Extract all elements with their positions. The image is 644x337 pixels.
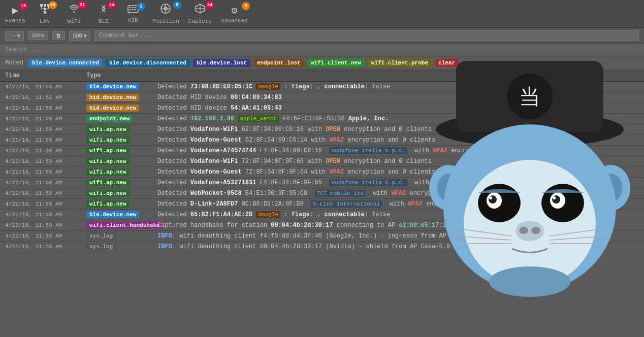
row-detail: Detected Vodafone-Guest 62:8F:34:99:C6:1…: [157, 137, 639, 144]
svg-rect-13: [132, 7, 134, 8]
row-detail: Detected WebPocket-95C8 E4:E1:30:3F:95:C…: [157, 190, 639, 197]
row-type: sys.log: [86, 232, 157, 240]
position-badge: 8: [173, 1, 181, 9]
nav-events[interactable]: ▶ 16 Events: [5, 4, 25, 24]
advanced-icon: ⚙: [231, 4, 237, 17]
nav-ble[interactable]: 14 BLE: [93, 3, 114, 24]
nav-position[interactable]: 8 Position: [152, 3, 179, 24]
row-detail: Detected D-Link-2A8FD7 0C:B6:D2:2A:8F:D8…: [157, 200, 639, 208]
trash-button[interactable]: 🗑: [52, 31, 65, 40]
table-row[interactable]: 4/22/19, 11:50 AM wifi.ap.new Detected V…: [0, 135, 644, 146]
table-row[interactable]: 4/22/19, 11:50 AM wifi.ap.new Detected W…: [0, 188, 644, 199]
table-row[interactable]: 4/22/19, 11:50 AM wifi.ap.new Detected V…: [0, 167, 644, 178]
col-type: Type: [86, 72, 157, 79]
caplets-badge: 24: [206, 1, 214, 9]
trash-icon: 🗑: [56, 32, 61, 39]
muted-row: Muted ble.device.connected ble.device.di…: [0, 56, 644, 70]
row-detail: Detected HID device 54:AA:41:05:43: [157, 105, 639, 112]
row-time: 4/22/19, 11:50 AM: [5, 148, 86, 154]
buffer-button[interactable]: 500 ▾: [69, 31, 90, 41]
nav-caplets[interactable]: 24 Caplets: [188, 3, 212, 24]
hid-label: HID: [128, 17, 138, 23]
muted-tag-ble-disconnected[interactable]: ble.device.disconnected: [106, 59, 190, 67]
video-button[interactable]: 📹 ▾: [5, 31, 24, 41]
table-row[interactable]: 4/22/19, 11:50 AM wifi.ap.new Detected V…: [0, 124, 644, 135]
command-bar-input[interactable]: [94, 30, 639, 41]
nav-hid[interactable]: 3 HID: [123, 5, 143, 23]
nav-wifi[interactable]: 21 WiFi: [64, 3, 84, 24]
row-type: wifi.ap.new: [86, 200, 157, 208]
table-row[interactable]: 4/22/19, 11:50 AM ble.device.new Detecte…: [0, 210, 644, 220]
row-type: wifi.ap.new: [86, 190, 157, 197]
svg-rect-0: [40, 4, 43, 7]
row-time: 4/22/19, 11:50 AM: [5, 201, 86, 207]
table-row[interactable]: 4/22/19, 11:50 AM sys.log INFO: wifi dea…: [0, 231, 644, 242]
table-row[interactable]: 4/22/19, 11:53 AM ble.device.new Detecte…: [0, 82, 644, 92]
wifi-label: WiFi: [68, 18, 81, 24]
col-detail: [157, 72, 639, 79]
video-arrow: ▾: [17, 32, 20, 39]
events-icon: ▶: [12, 4, 18, 17]
table-row[interactable]: 4/22/19, 11:50 AM hid.device.new Detecte…: [0, 103, 644, 114]
row-type: ble.device.new: [86, 211, 157, 218]
table-row[interactable]: 4/22/19, 11:50 AM wifi.ap.new Detected D…: [0, 199, 644, 210]
row-detail: Captured handshake for station 00:04:4b:…: [157, 222, 639, 229]
table-row[interactable]: 4/22/19, 11:50 AM sys.log INFO: wifi dea…: [0, 242, 644, 252]
row-time: 4/22/19, 11:50 AM: [5, 116, 86, 122]
row-type: wifi.ap.new: [86, 147, 157, 154]
table-row[interactable]: 4/22/19, 11:50 AM endpoint.new Detected …: [0, 114, 644, 124]
muted-tag-wifi-new[interactable]: wifi.client.new: [307, 59, 365, 67]
row-type: wifi.ap.new: [86, 179, 157, 186]
ble-label: BLE: [99, 18, 109, 24]
row-detail: Detected Vodafone-A74574744 E4:8F:34:99:…: [157, 147, 639, 154]
nav-advanced[interactable]: ⚙ 9 Advanced: [221, 4, 248, 24]
row-detail: Detected Vodafone-Guest 72:8F:34:8F:9F:6…: [157, 168, 639, 176]
svg-rect-4: [44, 11, 46, 14]
row-time: 4/22/19, 11:50 AM: [5, 137, 86, 143]
video-icon: 📹: [9, 32, 16, 39]
row-time: 4/22/19, 11:50 AM: [5, 169, 86, 175]
muted-tag-ble-lost[interactable]: ble.device.lost: [193, 59, 250, 67]
table-row[interactable]: 4/22/19, 11:50 AM wifi.ap.new Detected V…: [0, 146, 644, 156]
row-time: 4/22/19, 11:50 AM: [5, 126, 86, 132]
caplets-icon: [195, 3, 206, 17]
row-type: wifi.ap.new: [86, 168, 157, 176]
search-input[interactable]: [5, 46, 639, 53]
delay-display: 32ms: [28, 31, 48, 40]
row-time: 4/22/19, 11:50 AM: [5, 233, 86, 239]
lan-badge: 20: [49, 1, 57, 9]
row-time: 4/22/19, 11:50 AM: [5, 190, 86, 196]
row-time: 4/22/19, 11:50 AM: [5, 212, 86, 218]
row-time: 4/22/19, 11:53 AM: [5, 84, 86, 90]
svg-rect-15: [130, 9, 131, 10]
row-detail: Detected HID device 00:C4:89:34:83: [157, 94, 639, 101]
svg-rect-14: [135, 7, 136, 8]
table-row[interactable]: 4/22/19, 11:50 AM wifi.ap.new Detected V…: [0, 156, 644, 167]
row-time: 4/22/19, 11:50 AM: [5, 222, 86, 228]
lan-label: LAN: [40, 18, 50, 24]
muted-tag-clear[interactable]: clear: [435, 59, 459, 67]
toolbar: 📹 ▾ 32ms 🗑 500 ▾: [0, 28, 644, 44]
table-header: Time Type: [0, 70, 644, 82]
svg-rect-12: [130, 7, 131, 8]
row-detail: Detected Vodafone-WiFi 62:8F:34:99:C6:16…: [157, 126, 639, 133]
table-row[interactable]: 4/22/19, 11:50 AM wifi.client.handshake …: [0, 220, 644, 231]
muted-tag-wifi-probe[interactable]: wifi.client.probe: [368, 59, 432, 67]
nav-lan[interactable]: 20 LAN: [35, 3, 55, 24]
row-type: wifi.ap.new: [86, 126, 157, 133]
row-type: ble.device.new: [86, 83, 157, 90]
svg-rect-17: [135, 9, 136, 10]
advanced-badge: 9: [242, 2, 250, 10]
table-row[interactable]: 4/22/19, 11:50 AM wifi.ap.new Detected V…: [0, 178, 644, 188]
muted-tag-ble-connected[interactable]: ble.device.connected: [28, 59, 103, 67]
caplets-label: Caplets: [188, 18, 212, 24]
table-row[interactable]: 4/22/19, 11:52 AM hid.device.new Detecte…: [0, 92, 644, 103]
svg-point-46: [489, 266, 570, 297]
events-badge: 16: [19, 2, 27, 10]
row-detail: Detected 73:98:8D:ED:D5:1C Google : flag…: [157, 83, 639, 90]
events-label: Events: [5, 18, 25, 24]
muted-tag-endpoint-lost[interactable]: endpoint.lost: [253, 59, 304, 67]
row-time: 4/22/19, 11:50 AM: [5, 105, 86, 111]
position-label: Position: [152, 18, 179, 24]
position-icon: [160, 3, 171, 17]
